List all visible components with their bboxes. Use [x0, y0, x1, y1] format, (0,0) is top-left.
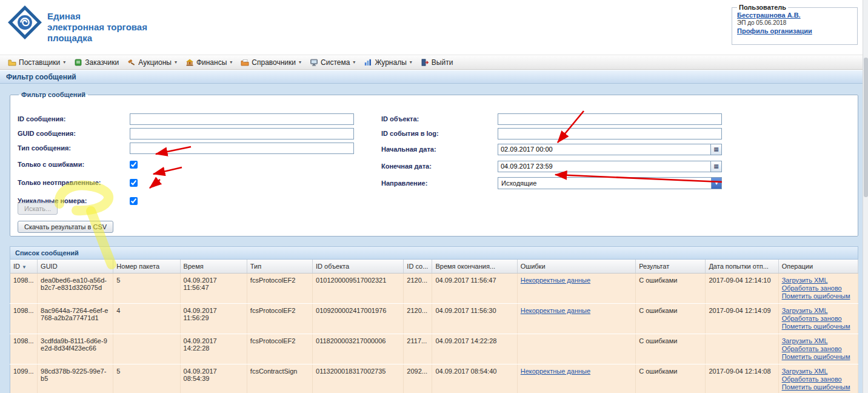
org-profile-link[interactable]: Профиль организации	[737, 27, 852, 35]
col-operations-header[interactable]: Операции	[778, 260, 858, 273]
message-id-input[interactable]	[130, 113, 354, 125]
chevron-down-icon: ▾	[175, 59, 177, 65]
form-row: Только неотправленные:	[18, 173, 381, 192]
col-type-header[interactable]: Тип	[247, 260, 312, 273]
menu-item-label: Заказчики	[85, 58, 119, 67]
direction-select[interactable]: Исходящие ▼	[498, 177, 722, 189]
cell-operations: Загрузить XML Обработать заново Пометить…	[778, 334, 858, 364]
directories-folder-icon	[241, 58, 249, 67]
messages-list-panel: Список сообщений ID▼ GUID Номер пакета В…	[10, 246, 858, 393]
menu-item-label: Выйти	[432, 58, 453, 67]
col-attempt-date-header[interactable]: Дата попытки отп...	[706, 260, 778, 273]
main-menu: Поставщики▾ Заказчики Аукционы▾ Финансы▾…	[0, 55, 863, 70]
menu-item-journals[interactable]: Журналы▾	[359, 57, 416, 68]
chevron-down-icon: ▾	[353, 59, 355, 65]
cell-time: 04.09.2017 14:22:28	[180, 334, 247, 364]
scrollbar-thumb[interactable]	[864, 58, 868, 197]
exit-door-icon	[421, 58, 429, 67]
field-label: Только с ошибками:	[18, 161, 130, 168]
reprocess-link[interactable]: Обработать заново	[782, 315, 855, 323]
table-row[interactable]: 1099... 98cd378b-9225-99e7-b5 5 04.09.20…	[10, 364, 858, 393]
calendar-icon[interactable]: ▦	[711, 144, 722, 155]
table-row[interactable]: 1098... 3cdfda9b-8111-6d6e-9e2d-8d34f423…	[10, 334, 858, 364]
field-label: ID объекта:	[381, 115, 498, 123]
cell-guid: 3cdfda9b-8111-6d6e-9e2d-8d34f423ec66	[38, 334, 113, 364]
only-errors-checkbox[interactable]	[130, 161, 138, 169]
log-event-id-input[interactable]	[498, 128, 722, 139]
col-object-id-header[interactable]: ID объекта	[313, 260, 404, 273]
form-row: Тип сообщения:	[18, 141, 381, 155]
cell-operations: Загрузить XML Обработать заново Пометить…	[778, 303, 858, 334]
cell-guid: dea0bed6-ea10-a56d-b2c7-e831d326075d	[38, 273, 113, 303]
only-unsent-checkbox[interactable]	[130, 179, 138, 187]
cell-id: 1098...	[10, 273, 38, 303]
mark-erroneous-link[interactable]: Пометить ошибочным	[782, 292, 855, 300]
user-name-link[interactable]: Бесстрашнова А.В.	[737, 12, 852, 19]
cell-event-id: 2120...	[404, 273, 432, 303]
end-date-input[interactable]	[498, 161, 711, 172]
reprocess-link[interactable]: Обработать заново	[782, 345, 855, 353]
bank-icon	[185, 58, 194, 67]
load-xml-link[interactable]: Загрузить XML	[782, 368, 855, 375]
mark-erroneous-link[interactable]: Пометить ошибочным	[782, 323, 855, 331]
form-row: Только с ошибками:	[18, 155, 381, 173]
unique-numbers-checkbox[interactable]	[130, 197, 138, 205]
menu-item-auctions[interactable]: Аукционы▾	[123, 57, 181, 68]
site-header: Единая электронная торговая площадка Пол…	[0, 0, 863, 55]
menu-item-label: Справочники	[252, 58, 296, 67]
menu-item-label: Аукционы	[138, 58, 172, 67]
cell-end-time: 04.09.2017 11:56:47	[432, 273, 517, 303]
calendar-icon[interactable]: ▦	[711, 161, 722, 172]
cell-end-time: 04.09.2017 08:54:40	[432, 364, 517, 393]
cell-package: 4	[113, 303, 180, 334]
col-end-time-header[interactable]: Время окончания...	[432, 260, 517, 273]
cell-object-id: 0101200009517002321	[313, 273, 404, 303]
start-date-input[interactable]	[498, 144, 711, 155]
menu-item-finance[interactable]: Финансы▾	[181, 57, 236, 68]
col-id-header[interactable]: ID▼	[10, 260, 38, 273]
object-id-input[interactable]	[498, 113, 722, 125]
menu-item-customers[interactable]: Заказчики	[70, 57, 123, 68]
field-label: Начальная дата:	[381, 146, 498, 153]
table-row[interactable]: 1098... 8ac9644a-7264-e6ef-e768-a2b2a774…	[10, 303, 858, 334]
filter-panel: Фильтр сообщений ID сообщения: GUID сооб…	[10, 91, 858, 237]
page-title-bar: Фильтр сообщений	[0, 70, 863, 84]
error-details-link[interactable]: Некорректные данные	[521, 277, 590, 284]
cell-type: fcsProtocolEF2	[247, 273, 312, 303]
col-package-header[interactable]: Номер пакета	[113, 260, 180, 273]
cell-time: 04.09.2017 11:56:47	[180, 273, 247, 303]
message-type-input[interactable]	[130, 143, 354, 154]
load-xml-link[interactable]: Загрузить XML	[782, 307, 855, 315]
message-guid-input[interactable]	[130, 128, 354, 139]
menu-item-suppliers[interactable]: Поставщики▾	[4, 57, 70, 68]
col-result-header[interactable]: Результат	[636, 260, 706, 273]
messages-list-title: Список сообщений	[10, 246, 858, 260]
menu-item-system[interactable]: Система▾	[305, 57, 359, 68]
reprocess-link[interactable]: Обработать заново	[782, 284, 855, 292]
vertical-scrollbar[interactable]	[863, 0, 868, 393]
error-details-link[interactable]: Некорректные данные	[521, 307, 590, 314]
menu-item-label: Журналы	[375, 58, 406, 67]
table-row[interactable]: 1098... dea0bed6-ea10-a56d-b2c7-e831d326…	[10, 273, 858, 303]
error-details-link[interactable]: Некорректные данные	[521, 368, 590, 375]
load-xml-link[interactable]: Загрузить XML	[782, 337, 855, 345]
messages-table: ID▼ GUID Номер пакета Время Тип ID объек…	[10, 260, 858, 393]
menu-item-logout[interactable]: Выйти	[416, 57, 458, 68]
cell-time: 04.09.2017 08:54:39	[180, 364, 247, 393]
download-csv-button[interactable]: Скачать результаты в CSV	[18, 221, 113, 233]
col-guid-header[interactable]: GUID	[38, 260, 113, 273]
filter-left-column: ID сообщения: GUID сообщения: Тип сообще…	[18, 112, 381, 210]
reprocess-link[interactable]: Обработать заново	[782, 375, 855, 383]
auction-gavel-icon	[127, 58, 136, 67]
load-xml-link[interactable]: Загрузить XML	[782, 277, 855, 284]
search-button[interactable]: Искать...	[18, 203, 58, 215]
col-event-id-header[interactable]: ID со...	[404, 260, 432, 273]
menu-item-label: Финансы	[196, 58, 227, 67]
customers-icon	[74, 58, 82, 67]
col-time-header[interactable]: Время	[180, 260, 247, 273]
cell-attempt-date: 2017-09-04 12:14:09	[706, 303, 778, 334]
col-errors-header[interactable]: Ошибки	[517, 260, 635, 273]
menu-item-directories[interactable]: Справочники▾	[236, 57, 305, 68]
mark-erroneous-link[interactable]: Пометить ошибочным	[782, 383, 855, 391]
mark-erroneous-link[interactable]: Пометить ошибочным	[782, 353, 855, 361]
